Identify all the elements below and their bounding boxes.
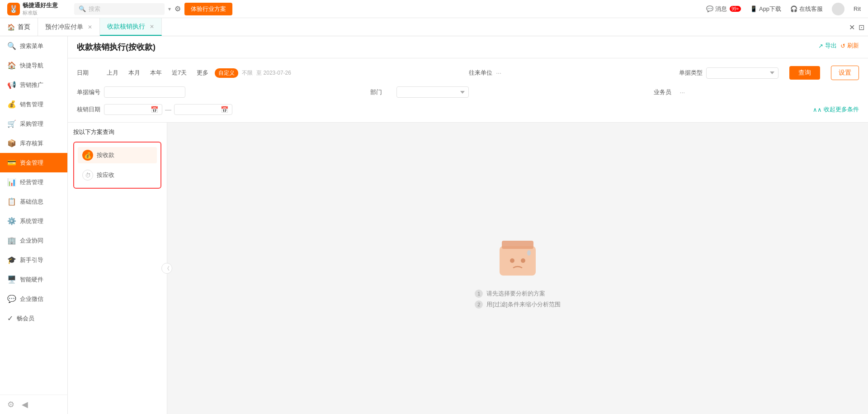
doc-number-input[interactable]: [104, 86, 185, 98]
date-btn-this-year[interactable]: 本年: [146, 68, 165, 78]
tip-num-1: 1: [475, 290, 483, 298]
panel-collapse-arrow[interactable]: 《: [161, 263, 172, 274]
date-btn-7days[interactable]: 近7天: [168, 68, 190, 78]
sidebar-item-quick-nav[interactable]: 🏠 快捷导航: [0, 56, 67, 75]
sidebar-item-finance[interactable]: 💳 资金管理: [0, 153, 67, 172]
phone-icon: 📱: [750, 5, 757, 12]
app-download-action[interactable]: 📱 App下载: [750, 5, 781, 13]
tab-close-collection[interactable]: ✕: [150, 24, 154, 30]
settings-bottom-icon[interactable]: ⚙: [7, 400, 14, 409]
basic-info-icon: 📋: [7, 197, 16, 206]
message-icon: 💬: [706, 5, 713, 12]
gear-icon[interactable]: ⚙: [175, 5, 181, 13]
query-type-by-collection[interactable]: 💰 按收款: [78, 147, 157, 163]
doc-type-select[interactable]: [706, 67, 778, 79]
avatar[interactable]: [832, 3, 844, 15]
query-button[interactable]: 查询: [789, 66, 820, 80]
logo-text: 畅捷通好生意 标准版: [23, 1, 58, 16]
sidebar-item-system[interactable]: ⚙️ 系统管理: [0, 211, 67, 231]
panel-title: 按以下方案查询: [73, 128, 161, 136]
membership-icon: ✓: [7, 314, 13, 323]
counterparty-label: 往来单位: [469, 69, 492, 77]
filter-row-1: 日期 上月 本月 本年 近7天 更多 自定义 不限 至 2023-07-26: [77, 66, 859, 80]
top-search-bar[interactable]: 🔍 搜索: [74, 3, 165, 15]
username[interactable]: Rit: [854, 5, 861, 12]
plan-button[interactable]: 体验行业方案: [184, 3, 232, 15]
writeoff-end-input[interactable]: 2023-07-21: [178, 106, 219, 113]
settings-button[interactable]: 设置: [831, 66, 859, 80]
department-select[interactable]: [396, 86, 469, 98]
search-icon: 🔍: [79, 5, 86, 12]
sidebar-item-purchase[interactable]: 🛒 采购管理: [0, 114, 67, 133]
page-header: 收款核销执行(按收款) ↗ 导出 ↺ 刷新: [68, 36, 868, 58]
writeoff-start-input[interactable]: 2023-03-01: [108, 106, 149, 113]
filter-area: 日期 上月 本月 本年 近7天 更多 自定义 不限 至 2023-07-26: [68, 58, 868, 123]
enterprise-icon: 🏢: [7, 236, 16, 245]
export-button[interactable]: ↗ 导出: [818, 42, 837, 50]
by-receivable-icon: ⏱: [82, 170, 93, 181]
sidebar-item-guide[interactable]: 🎓 新手引导: [0, 250, 67, 270]
wechat-icon: 💬: [7, 295, 16, 303]
chevron-down-icon[interactable]: ▾: [168, 6, 171, 12]
date-btn-custom[interactable]: 自定义: [215, 68, 238, 78]
page-header-actions: ↗ 导出 ↺ 刷新: [818, 42, 859, 55]
header-left: 🐰 畅捷通好生意 标准版 🔍 搜索 ▾ ⚙ 体验行业方案: [7, 1, 232, 16]
sidebar-item-membership[interactable]: ✓ 畅会员: [0, 309, 67, 328]
tab-close-all-icon[interactable]: ✕: [849, 23, 855, 31]
logo-icon: 🐰: [7, 3, 20, 15]
doc-number-label: 单据编号: [77, 88, 100, 96]
sidebar-item-search-menu[interactable]: 🔍 搜索菜单: [0, 36, 67, 56]
page-title: 收款核销执行(按收款): [77, 42, 156, 58]
finance-icon: 💳: [7, 158, 16, 167]
date-btn-last-month[interactable]: 上月: [103, 68, 122, 78]
empty-state: 1 请先选择要分析的方案 2 用[过滤]条件来缩小分析范围: [167, 123, 868, 414]
filter-row-2: 单据编号 部门 业务员 ···: [77, 86, 859, 98]
salesperson-input[interactable]: ···: [680, 89, 685, 96]
calendar-start-icon: 📅: [151, 106, 158, 113]
sales-icon: 💰: [7, 100, 16, 109]
empty-svg: [491, 228, 545, 282]
date-range-text: 至 2023-07-26: [256, 69, 291, 77]
message-action[interactable]: 💬 消息 99+: [706, 5, 741, 13]
hardware-icon: 🖥️: [7, 275, 16, 284]
sidebar-item-sales[interactable]: 💰 销售管理: [0, 95, 67, 114]
query-type-by-receivable[interactable]: ⏱ 按应收: [78, 167, 157, 183]
business-icon: 📊: [7, 178, 16, 186]
sidebar: 🔍 搜索菜单 🏠 快捷导航 📢 营销推广 💰 销售管理 🛒 采购管理 📦 库存核…: [0, 36, 68, 414]
sidebar-bottom: ⚙ ◀: [0, 395, 67, 414]
date-btn-this-month[interactable]: 本月: [125, 68, 144, 78]
date-unlimited-text: 不限: [242, 69, 253, 77]
system-icon: ⚙️: [7, 217, 16, 225]
refresh-button[interactable]: ↺ 刷新: [840, 42, 859, 50]
tab-collection-writeoff[interactable]: 收款核销执行 ✕: [100, 18, 162, 36]
writeoff-end-wrap[interactable]: 2023-07-21 📅: [174, 104, 232, 115]
header-right: 💬 消息 99+ 📱 App下载 🎧 在线客服 Rit: [706, 3, 861, 15]
collapse-sidebar-icon[interactable]: ◀: [22, 400, 28, 409]
empty-illustration: [491, 228, 545, 282]
home-icon: 🏠: [7, 24, 15, 31]
collapse-more-button[interactable]: ∧∧ 收起更多条件: [813, 105, 859, 114]
sidebar-item-wechat[interactable]: 💬 企业微信: [0, 289, 67, 309]
tab-advance-payment[interactable]: 预付冲应付单 ✕: [38, 18, 100, 36]
tab-bar: 🏠 首页 预付冲应付单 ✕ 收款核销执行 ✕ ✕ ⊡: [0, 18, 868, 36]
sidebar-item-marketing[interactable]: 📢 营销推广: [0, 75, 67, 95]
sidebar-item-hardware[interactable]: 🖥️ 智能硬件: [0, 270, 67, 289]
svg-point-3: [521, 258, 525, 263]
sidebar-item-inventory[interactable]: 📦 库存核算: [0, 133, 67, 153]
content-body: 按以下方案查询 💰 按收款 ⏱ 按应收 《: [68, 123, 868, 414]
counterparty-input[interactable]: ···: [496, 69, 501, 76]
sidebar-item-business[interactable]: 📊 经营管理: [0, 172, 67, 192]
department-filter-group: 部门: [370, 86, 469, 98]
by-collection-icon: 💰: [82, 150, 93, 161]
marketing-icon: 📢: [7, 81, 16, 89]
tab-close-advance[interactable]: ✕: [88, 24, 92, 30]
online-service-action[interactable]: 🎧 在线客服: [790, 5, 823, 13]
date-btn-more[interactable]: 更多: [193, 68, 212, 78]
empty-tips: 1 请先选择要分析的方案 2 用[过滤]条件来缩小分析范围: [475, 290, 560, 309]
sidebar-item-basic-info[interactable]: 📋 基础信息: [0, 192, 67, 211]
sidebar-item-enterprise[interactable]: 🏢 企业协同: [0, 231, 67, 250]
tab-expand-icon[interactable]: ⊡: [859, 23, 864, 31]
svg-point-4: [527, 250, 531, 256]
tab-home[interactable]: 🏠 首页: [0, 18, 38, 36]
writeoff-start-wrap[interactable]: 2023-03-01 📅: [104, 104, 162, 115]
